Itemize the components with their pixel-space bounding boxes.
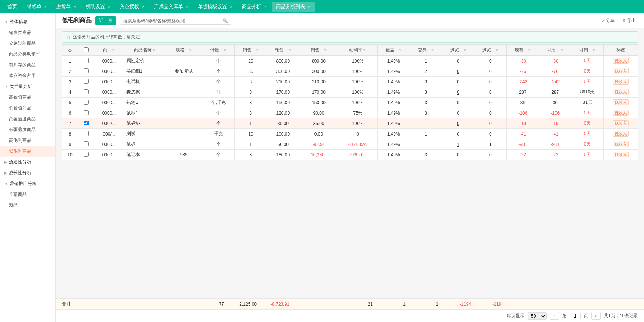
row-checkbox[interactable] xyxy=(78,108,94,118)
row-view1[interactable]: 1 xyxy=(442,139,474,150)
row-view1[interactable]: 0 xyxy=(442,150,474,160)
sidebar-item-high-value[interactable]: 高价值商品 xyxy=(0,92,55,103)
footer-totals: 合计： 77 2,125.00 -8,723.91 21 1 1 -1194 -… xyxy=(56,298,644,309)
row-gross-margin: 100% xyxy=(338,56,378,66)
nav-item-product-analysis-list[interactable]: 商品分析列表 × xyxy=(272,2,315,12)
row-select-checkbox[interactable] xyxy=(84,100,89,105)
sidebar-item-category-rate[interactable]: 商品分类助销率 xyxy=(0,49,55,60)
row-checkbox[interactable] xyxy=(78,98,94,108)
sidebar-group-cluster[interactable]: ▼ 类群量分析 xyxy=(0,81,55,92)
row-select-checkbox[interactable] xyxy=(84,79,89,84)
row-checkbox[interactable] xyxy=(78,139,94,150)
row-select-checkbox[interactable] xyxy=(84,152,89,157)
search-icon[interactable]: 🔍 xyxy=(222,18,228,23)
col-sales-amount: 销售...⇅ xyxy=(299,45,338,56)
row-view1[interactable]: 0 xyxy=(442,77,474,87)
sidebar-item-in-stock[interactable]: 有库存的商品 xyxy=(0,60,55,70)
row-view1[interactable]: 0 xyxy=(442,129,474,139)
row-select-checkbox[interactable] xyxy=(84,131,89,136)
tag-badge: 低收入 xyxy=(613,110,629,116)
row-gross-margin: -5766.6... xyxy=(338,150,378,160)
sidebar-item-sales-goods[interactable]: 销售类商品 xyxy=(0,27,55,38)
page-number-input[interactable] xyxy=(570,313,581,319)
nav-item-purchase[interactable]: 进货单 × xyxy=(52,2,80,12)
row-select-checkbox[interactable] xyxy=(84,89,89,94)
col-available: 可用...⇅ xyxy=(539,45,571,56)
row-checkbox[interactable] xyxy=(78,118,94,129)
sidebar-item-new-goods[interactable]: 新品 xyxy=(0,200,55,211)
row-checkbox[interactable] xyxy=(78,150,94,160)
next-page-button[interactable]: ＞ xyxy=(591,312,601,320)
sidebar-group-flow[interactable]: ▶ 流通性分析 xyxy=(0,157,55,168)
col-settings[interactable]: ⚙ xyxy=(62,45,78,56)
sidebar-item-traded-goods[interactable]: 交易过的商品 xyxy=(0,38,55,49)
row-no: 9 xyxy=(62,139,78,150)
close-icon[interactable]: × xyxy=(142,4,144,9)
nav-item-permissions[interactable]: 权限设置 × xyxy=(81,2,115,12)
row-available: -41 xyxy=(539,129,571,139)
sidebar-group-overall[interactable]: ▼ 整体信息 xyxy=(0,16,55,27)
content-header: 低毛利商品 近一月 🔍 ↗ 分享 ⬆ 导出 xyxy=(56,13,644,28)
row-select-checkbox[interactable] xyxy=(84,58,89,63)
row-current: -30 xyxy=(507,56,539,66)
row-checkbox[interactable] xyxy=(78,129,94,139)
row-checkbox[interactable] xyxy=(78,87,94,98)
search-input[interactable] xyxy=(123,18,222,23)
sidebar-item-stock-capital[interactable]: 库存资金占用 xyxy=(0,70,55,81)
sidebar-item-low-margin[interactable]: 低毛利商品 xyxy=(0,146,55,157)
col-unit: 计量...⇅ xyxy=(202,45,235,56)
nav-item-templates[interactable]: 单据模板设置 × xyxy=(193,2,237,12)
sidebar-item-all-goods[interactable]: 全部商品 xyxy=(0,189,55,200)
sidebar-group-marketing[interactable]: ▼ 营销推广分析 xyxy=(0,178,55,189)
select-all-checkbox[interactable] xyxy=(84,47,89,52)
row-checkbox[interactable] xyxy=(78,56,94,66)
row-checkbox[interactable] xyxy=(78,77,94,87)
row-select-checkbox[interactable] xyxy=(84,121,89,125)
row-view1[interactable]: 0 xyxy=(442,118,474,129)
tag-badge: 低收入 xyxy=(613,120,629,126)
nav-item-home[interactable]: 首页 xyxy=(3,2,22,12)
close-icon[interactable]: × xyxy=(108,4,110,9)
row-tag: 低收入 xyxy=(604,56,638,66)
row-select-checkbox[interactable] xyxy=(84,141,89,146)
close-icon[interactable]: × xyxy=(230,4,232,9)
nav-item-product-analysis[interactable]: 商品分析 × xyxy=(237,2,271,12)
page-size-select[interactable]: 50 100 xyxy=(528,312,547,320)
row-view2: 0 xyxy=(474,77,507,87)
close-icon[interactable]: × xyxy=(44,4,47,9)
nav-item-roles[interactable]: 角色授权 × xyxy=(115,2,149,12)
sidebar-item-low-coverage[interactable]: 低覆盖度商品 xyxy=(0,124,55,135)
pagination-bar: 每页显示 50 100 ＜ 第 页 ＞ 共1页，10条记录 xyxy=(56,309,644,322)
nav-item-production[interactable]: 产成品入库单 × xyxy=(150,2,193,12)
row-view1[interactable]: 0 xyxy=(442,108,474,118)
close-icon[interactable]: × xyxy=(308,4,310,9)
table-row: 9 0000... 鼠标 个 1 60.00 -98.91 -164.85% 1… xyxy=(62,139,638,150)
row-view1[interactable]: 0 xyxy=(442,66,474,77)
sidebar-item-low-value[interactable]: 低价值商品 xyxy=(0,103,55,114)
sidebar-item-high-margin[interactable]: 高毛利商品 xyxy=(0,135,55,146)
close-icon[interactable]: × xyxy=(264,4,266,9)
filter-recent-month-button[interactable]: 近一月 xyxy=(95,16,116,25)
row-view1[interactable]: 0 xyxy=(442,98,474,108)
collapse-arrow-icon: ▼ xyxy=(4,85,8,89)
row-select-checkbox[interactable] xyxy=(84,110,89,115)
nav-item-sales[interactable]: 销货单 × xyxy=(22,2,51,12)
prev-page-button[interactable]: ＜ xyxy=(550,312,559,320)
col-checkbox[interactable] xyxy=(78,45,94,56)
row-view1[interactable]: 0 xyxy=(442,56,474,66)
row-view1[interactable]: 0 xyxy=(442,87,474,98)
sidebar-group-growth[interactable]: ▶ 成长性分析 xyxy=(0,168,55,178)
row-transaction: 3 xyxy=(410,98,442,108)
close-icon[interactable]: × xyxy=(186,4,188,9)
row-no: 4 xyxy=(62,87,78,98)
row-select-checkbox[interactable] xyxy=(84,68,89,73)
collapse-arrow-icon: ▶ xyxy=(4,160,7,164)
search-box[interactable]: 🔍 xyxy=(120,17,231,25)
row-checkbox[interactable] xyxy=(78,66,94,77)
export-button[interactable]: ⬆ 导出 xyxy=(620,17,638,25)
share-button[interactable]: ↗ 分享 xyxy=(599,17,617,25)
settings-icon[interactable]: ⚙ xyxy=(68,47,73,53)
close-icon[interactable]: × xyxy=(74,4,76,9)
collapse-arrow-icon: ▶ xyxy=(4,171,7,175)
sidebar-item-high-coverage[interactable]: 高覆盖度商品 xyxy=(0,114,55,124)
